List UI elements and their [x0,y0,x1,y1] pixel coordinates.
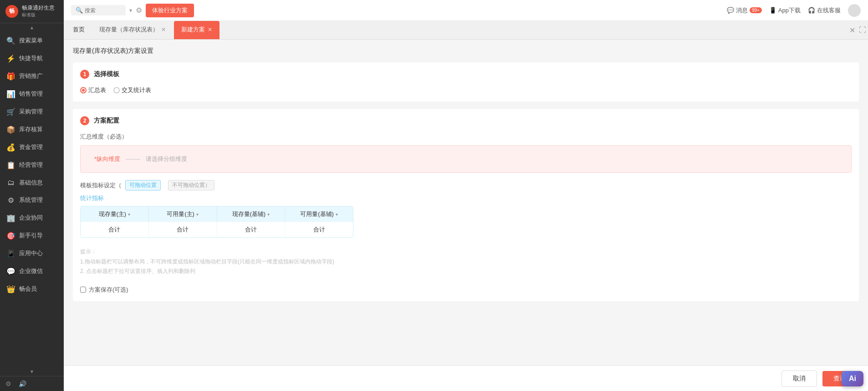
tips-section: 提示： 1.拖动标题栏可以调整布局，不可跨维度或指标区域拖动栏目字段(只能在同一… [80,247,852,277]
col3-cell: 合计 [217,222,286,237]
template-radio-group: 汇总表 交叉统计表 [80,86,852,94]
home-tab-label: 首页 [73,26,85,34]
col1-arrow[interactable]: ▾ [128,212,130,217]
sidebar-item-sales[interactable]: 📊 销售管理 [0,85,64,103]
summary-radio-label: 汇总表 [88,86,106,94]
sidebar-item-system[interactable]: ⚙ 系统管理 [0,191,64,209]
step1-title: 选择模板 [94,70,119,78]
gear-icon[interactable]: ⚙ [136,6,142,15]
sidebar: 畅 畅康通好生意 标准版 ▲ 🔍 搜索菜单 ⚡ 快捷导航 🎁 营销推广 📊 销售… [0,0,64,391]
finance-icon: 💰 [6,143,15,152]
col1-cell: 合计 [81,222,149,237]
sidebar-logo: 畅 畅康通好生意 标准版 [0,0,64,23]
col4-header[interactable]: 可用量(基辅) ▾ [285,206,353,222]
stats-section-label: 统计指标 [80,194,852,202]
save-scheme-checkbox[interactable] [80,287,86,293]
topbar-right: 💬 消息 99+ 📱 App下载 🎧 在线客服 [727,4,861,17]
summary-radio[interactable]: 汇总表 [80,86,106,94]
topbar-search[interactable]: 🔍 [71,5,126,15]
inventory-icon: 📦 [6,125,15,134]
sidebar-item-label: 采购管理 [19,108,43,116]
sidebar-item-inventory[interactable]: 📦 库存核算 [0,121,64,139]
basic-info-icon: 🗂 [6,179,15,187]
sidebar-item-basic-info[interactable]: 🗂 基础信息 [0,174,64,191]
col3-header[interactable]: 现存量(基辅) ▾ [217,206,286,222]
sidebar-item-search-menu[interactable]: 🔍 搜索菜单 [0,32,64,50]
step2-section: 2 方案配置 汇总维度（必选） *纵向维度 —— 请选择分组维度 模板指标设定（… [73,109,859,301]
sidebar-scroll-down[interactable]: ▼ [0,367,64,376]
message-icon: 💬 [727,7,734,14]
sidebar-item-wechat[interactable]: 💬 企业微信 [0,262,64,280]
search-icon: 🔍 [76,7,83,14]
content: 现存量(库存状况表)方案设置 1 选择模板 汇总表 交叉统计表 2 [64,40,868,365]
sidebar-item-label: 企业协同 [19,214,43,222]
download-icon: 📱 [769,7,776,14]
dim-placeholder: 请选择分组维度 [146,155,187,163]
settings-icon[interactable]: ⚙ [5,380,11,387]
sidebar-item-label: 新手引导 [19,232,43,240]
messages-item[interactable]: 💬 消息 99+ [727,6,762,15]
indicator-settings-text: 模板指标设定（ [80,181,122,190]
sidebar-item-app-center[interactable]: 📱 应用中心 [0,245,64,262]
purchase-icon: 🛒 [6,108,15,116]
sidebar-item-quick-nav[interactable]: ⚡ 快捷导航 [0,50,64,67]
col1-label: 现存量(主) [99,210,127,218]
search-input[interactable] [85,7,121,14]
tab-new-scheme[interactable]: 新建方案 ✕ [174,21,220,39]
sidebar-item-member[interactable]: 👑 畅会员 [0,280,64,298]
cancel-button[interactable]: 取消 [781,370,817,387]
new-guide-icon: 🎯 [6,232,15,240]
cross-radio-label: 交叉统计表 [122,86,151,94]
col4-arrow[interactable]: ▾ [336,212,338,217]
sidebar-item-purchase[interactable]: 🛒 采购管理 [0,103,64,121]
sidebar-item-operation[interactable]: 📋 经营管理 [0,156,64,174]
save-scheme-label[interactable]: 方案保存(可选) [89,286,128,294]
col2-label: 可用量(主) [167,210,194,218]
dropdown-icon[interactable]: ▾ [129,7,132,14]
step2-title: 方案配置 [94,117,119,125]
sidebar-item-new-guide[interactable]: 🎯 新手引导 [0,227,64,245]
col3-arrow[interactable]: ▾ [267,212,270,217]
tips-title: 提示： [80,247,852,257]
save-scheme-checkbox-area: 方案保存(可选) [80,286,852,294]
tip-1: 1.拖动标题栏可以调整布局，不可跨维度或指标区域拖动栏目字段(只能在同一维度或指… [80,257,852,267]
sidebar-item-finance[interactable]: 💰 资金管理 [0,139,64,156]
summary-radio-dot [80,87,87,93]
topbar-left: 🔍 ▾ ⚙ 体验行业方案 [71,4,194,17]
new-scheme-tab-label: 新建方案 [181,26,205,34]
online-service-item[interactable]: 🎧 在线客服 [808,6,841,15]
indicator-settings: 模板指标设定（ 可拖动位置 不可拖动位置） 统计指标 现存量(主) ▾ 可用量(… [80,180,852,277]
tab-inventory-status[interactable]: 现存量（库存状况表） ✕ [92,21,173,39]
ai-button[interactable]: Ai [842,371,863,386]
dim-selector[interactable]: *纵向维度 —— 请选择分组维度 [80,145,852,173]
close-panel-icon[interactable]: ✕ [849,26,855,35]
new-scheme-tab-close[interactable]: ✕ [208,26,212,33]
audio-icon[interactable]: 🔊 [19,380,26,387]
sidebar-item-label: 经营管理 [19,161,43,169]
topbar: 🔍 ▾ ⚙ 体验行业方案 💬 消息 99+ 📱 App下载 🎧 在线客服 [64,0,868,21]
messages-badge: 99+ [750,7,762,13]
sidebar-item-label: 搜索菜单 [19,36,43,45]
step2-num: 2 [80,116,89,125]
sidebar-item-enterprise[interactable]: 🏢 企业协同 [0,209,64,227]
cross-radio[interactable]: 交叉统计表 [113,86,151,94]
page-title: 现存量(库存状况表)方案设置 [73,47,859,55]
inventory-tab-close[interactable]: ✕ [161,26,166,33]
sidebar-item-label: 销售管理 [19,90,43,98]
tab-home[interactable]: 首页 [66,21,92,39]
col2-arrow[interactable]: ▾ [196,212,199,217]
app-download-item[interactable]: 📱 App下载 [769,6,801,15]
sales-icon: 📊 [6,90,15,98]
search-menu-icon: 🔍 [6,36,15,45]
avatar[interactable] [848,4,861,17]
sidebar-scroll-up[interactable]: ▲ [0,23,64,32]
step2-header: 2 方案配置 [80,116,852,125]
col4-label: 可用量(基辅) [300,210,334,218]
app-download-label: App下载 [778,6,801,15]
col1-header[interactable]: 现存量(主) ▾ [81,206,149,222]
col2-header[interactable]: 可用量(主) ▾ [149,206,217,222]
col4-cell: 合计 [285,222,353,237]
industry-btn[interactable]: 体验行业方案 [146,4,194,17]
sidebar-item-marketing[interactable]: 🎁 营销推广 [0,67,64,85]
expand-icon[interactable]: ⛶ [859,26,866,34]
